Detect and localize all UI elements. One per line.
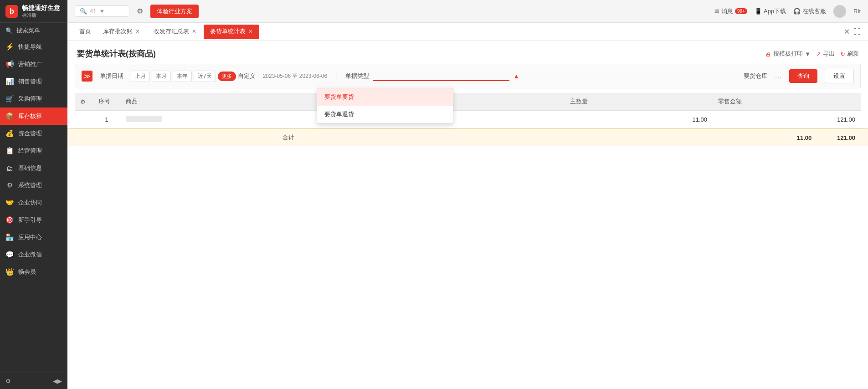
sidebar-item-sales[interactable]: 📊 销售管理 <box>0 73 67 90</box>
filter-btn-more[interactable]: 更多 <box>218 72 236 81</box>
sidebar-item-finance[interactable]: 💰 资金管理 <box>0 125 67 142</box>
brand-icon: b <box>5 5 18 18</box>
type-input[interactable] <box>373 72 509 81</box>
sidebar-logo: b 畅捷通好生意 标准版 <box>0 0 67 23</box>
guide-icon: 🎯 <box>5 216 14 224</box>
sidebar-item-inventory[interactable]: 📦 库存核算 <box>0 107 67 125</box>
chevron-down-icon: ▼ <box>99 8 105 15</box>
sidebar-search[interactable]: 🔍 搜索菜单 <box>0 23 67 38</box>
system-icon: ⚙ <box>5 181 14 189</box>
message-item[interactable]: ✉ 消息 99+ <box>714 7 747 15</box>
sidebar-item-enterprise[interactable]: 🤝 企业协同 <box>0 194 67 211</box>
sidebar-settings-btn[interactable]: ⚙ <box>5 378 11 384</box>
table-row: 1 块 11.00 121.00 <box>75 111 861 128</box>
tabs-expand-btn[interactable]: ⛶ <box>853 28 861 36</box>
product-placeholder <box>126 116 162 122</box>
finance-icon: 💰 <box>5 129 14 138</box>
sidebar-item-operation[interactable]: 📋 经营管理 <box>0 142 67 159</box>
type-dropdown: 要货单要货 要货单退货 <box>317 88 453 123</box>
sidebar-item-marketing[interactable]: 📢 营销推广 <box>0 56 67 73</box>
col-settings-header[interactable]: ⚙ <box>75 93 93 111</box>
row-amount-cell: 121.00 <box>713 111 861 128</box>
tabs-close-all-btn[interactable]: ✕ <box>844 27 850 36</box>
inventory-icon: 📦 <box>5 112 14 120</box>
filter-expand-btn[interactable]: ≫ <box>82 71 92 82</box>
avatar[interactable] <box>833 5 846 18</box>
col-qty-header: 主数量 <box>565 93 713 111</box>
topbar-right: ✉ 消息 99+ 📱 App下载 🎧 在线客服 Rit <box>714 5 861 18</box>
sidebar-collapse-btn[interactable]: ◀▶ <box>53 378 62 384</box>
filter-btn-this-year[interactable]: 本年 <box>173 71 192 82</box>
settings-gear-icon[interactable]: ⚙ <box>137 7 143 15</box>
operation-icon: 📋 <box>5 147 14 155</box>
refresh-action[interactable]: ↻ 刷新 <box>840 50 859 58</box>
type-arrow-icon[interactable]: ▲ <box>513 72 519 80</box>
sidebar-item-quick-nav[interactable]: ⚡ 快捷导航 <box>0 38 67 56</box>
row-no-cell: 1 <box>93 111 120 128</box>
sidebar-item-basic[interactable]: 🗂 基础信息 <box>0 159 67 177</box>
custom-label: 自定义 <box>238 72 256 80</box>
dropdown-item-order-return[interactable]: 要货单退货 <box>317 106 453 123</box>
member-icon: 👑 <box>5 268 14 276</box>
print-icon: 🖨 <box>765 51 771 57</box>
app-icon: 📱 <box>755 8 762 15</box>
tab-home[interactable]: 首页 <box>75 25 96 39</box>
tab-receipt-summary[interactable]: 收发存汇总表 ✕ <box>147 25 203 39</box>
appstore-icon: 🏪 <box>5 233 14 241</box>
sales-icon: 📊 <box>5 77 14 86</box>
query-btn[interactable]: 查询 <box>789 69 817 83</box>
tab-batch[interactable]: 库存批次账 ✕ <box>97 25 146 39</box>
tab-order-close[interactable]: ✕ <box>248 28 253 35</box>
filter-btn-this-month[interactable]: 本月 <box>152 71 171 82</box>
data-table: ⚙ 序号 商品 主计量单位 主数量 <box>75 93 861 128</box>
app-download-item[interactable]: 📱 App下载 <box>755 7 786 15</box>
row-settings-cell <box>75 111 93 128</box>
warehouse-more-icon[interactable]: … <box>775 72 782 80</box>
filter-btn-last-month[interactable]: 上月 <box>131 71 150 82</box>
sidebar-item-member[interactable]: 👑 畅会员 <box>0 263 67 281</box>
search-mini-icon: 🔍 <box>80 8 87 15</box>
tabs-right: ✕ ⛶ <box>844 27 861 36</box>
sidebar-item-wechat[interactable]: 💬 企业微信 <box>0 246 67 263</box>
page-actions: 🖨 按模板打印 ▼ ↗ 导出 ↻ 刷新 <box>765 50 859 58</box>
wechat-icon: 💬 <box>5 251 14 259</box>
print-expand-icon: ▼ <box>805 51 811 57</box>
sidebar-item-appstore[interactable]: 🏪 应用中心 <box>0 229 67 246</box>
quick-nav-icon: ⚡ <box>5 43 14 51</box>
sidebar-item-purchase[interactable]: 🛒 采购管理 <box>0 90 67 107</box>
print-action[interactable]: 🖨 按模板打印 ▼ <box>765 50 811 58</box>
export-action[interactable]: ↗ 导出 <box>816 50 835 58</box>
basic-icon: 🗂 <box>5 164 14 172</box>
tabs-bar: 首页 库存批次账 ✕ 收发存汇总表 ✕ 要货单统计表 ✕ ✕ ⛶ <box>67 23 868 41</box>
footer-label: 合计 <box>282 133 294 142</box>
tab-batch-close[interactable]: ✕ <box>135 28 140 35</box>
table-footer: 合计 11.00 121.00 <box>67 128 868 146</box>
sidebar-item-system[interactable]: ⚙ 系统管理 <box>0 177 67 194</box>
message-badge: 99+ <box>735 8 747 14</box>
settings-btn[interactable]: 设置 <box>825 69 854 83</box>
search-icon: 🔍 <box>5 27 13 34</box>
table-container: ⚙ 序号 商品 主计量单位 主数量 <box>67 93 868 128</box>
message-icon: ✉ <box>714 8 719 15</box>
sidebar-bottom: ⚙ ◀▶ <box>0 373 67 389</box>
topbar-left: 🔍 41 ▼ ⚙ 体验行业方案 <box>75 5 199 18</box>
footer-amount: 121.00 <box>837 134 855 141</box>
page-content: 要货单统计表(按商品) 🖨 按模板打印 ▼ ↗ 导出 ↻ 刷新 ≫ <box>67 41 868 389</box>
sidebar-item-guide[interactable]: 🎯 新手引导 <box>0 211 67 229</box>
dropdown-item-order-goods[interactable]: 要货单要货 <box>317 88 453 106</box>
topbar: 🔍 41 ▼ ⚙ 体验行业方案 ✉ 消息 99+ 📱 App下载 🎧 在线客服 … <box>67 0 868 23</box>
tab-receipt-close[interactable]: ✕ <box>192 28 196 35</box>
topbar-search[interactable]: 🔍 41 ▼ <box>75 5 129 17</box>
online-service-item[interactable]: 🎧 在线客服 <box>793 7 826 15</box>
filter-btn-last-7days[interactable]: 近7天 <box>194 71 216 82</box>
type-label: 单据类型 <box>345 72 369 80</box>
main-content: 🔍 41 ▼ ⚙ 体验行业方案 ✉ 消息 99+ 📱 App下载 🎧 在线客服 … <box>67 0 868 389</box>
warehouse-label: 要货仓库 <box>744 72 767 80</box>
tab-order-summary[interactable]: 要货单统计表 ✕ <box>204 25 259 39</box>
enterprise-icon: 🤝 <box>5 199 14 207</box>
industry-btn[interactable]: 体验行业方案 <box>150 5 199 18</box>
table-header-row: ⚙ 序号 商品 主计量单位 主数量 <box>75 93 861 111</box>
refresh-icon: ↻ <box>840 51 845 57</box>
brand-text: 畅捷通好生意 标准版 <box>22 4 60 18</box>
footer-qty: 11.00 <box>797 134 812 141</box>
